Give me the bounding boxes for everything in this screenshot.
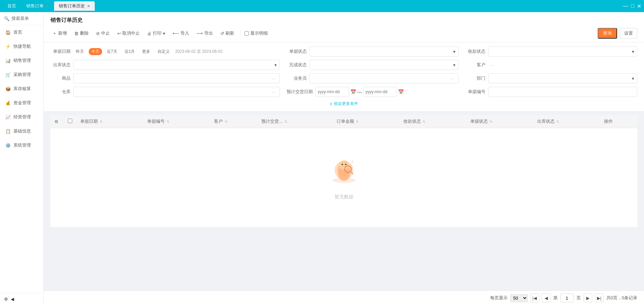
date-chip-yesterday[interactable]: 昨天 <box>73 48 87 55</box>
cancel-stop-button[interactable]: ↩ 取消中止 <box>115 29 142 38</box>
date-chip-1month[interactable]: 近1月 <box>122 48 138 55</box>
search-icon: 🔍 <box>4 16 9 21</box>
sidebar-item-purchase-mgmt[interactable]: 🛒 采购管理 <box>0 68 43 82</box>
bill-status-select[interactable]: ▾ <box>309 46 459 56</box>
close-history-tab[interactable]: ✕ <box>87 4 90 8</box>
refresh-label: 刷新 <box>225 30 234 36</box>
date-chip-custom[interactable]: 自定义 <box>155 48 172 55</box>
th-expected-delivery[interactable]: 预计交货... ⇅ <box>257 115 332 128</box>
warehouse-input[interactable]: ··· <box>270 89 277 94</box>
main-layout: 🔍 搜索菜单 🏠 首页 ⚡ 快捷导航 📊 销售管理 🛒 采购管理 📦 库存核算 … <box>0 12 644 305</box>
expected-date-start[interactable] <box>315 87 349 97</box>
export-label: 导出 <box>204 30 213 36</box>
customer-sort-icon: ⇅ <box>225 120 227 123</box>
tab-home[interactable]: + 新增 首页 <box>3 1 21 11</box>
prev-page-button[interactable]: ◀ <box>542 294 551 302</box>
top-bar-right: — □ ✕ <box>623 3 641 9</box>
order-no-input[interactable] <box>488 87 637 97</box>
customer-label: 客户 <box>465 62 485 68</box>
sidebar-collapse-icon[interactable]: ◀ <box>11 297 14 302</box>
refresh-button[interactable]: ↺ 刷新 <box>218 29 236 38</box>
window-maximize[interactable]: □ <box>631 3 634 9</box>
th-date[interactable]: 单据日期 ⇅ <box>76 115 143 128</box>
expected-date-end[interactable] <box>363 87 397 97</box>
page-number-input[interactable] <box>560 294 574 302</box>
settings-gear-icon[interactable]: ⚙ <box>54 119 58 124</box>
empty-state: ? ~ 暂无数据 <box>50 128 637 227</box>
tab-sales-order-history[interactable]: 销售订单历史 ✕ <box>54 1 95 11</box>
sidebar-item-quick-nav[interactable]: ⚡ 快捷导航 <box>0 39 43 53</box>
receipt-status-dropdown-icon: ▾ <box>632 49 634 54</box>
filter-goods: 商品 ··· <box>50 73 280 83</box>
sidebar-item-finance[interactable]: 💰 资金管理 <box>0 96 43 110</box>
sidebar-item-sales-mgmt[interactable]: 📊 销售管理 <box>0 53 43 68</box>
collapse-button[interactable]: ∧ 收起更多条件 <box>50 100 637 107</box>
th-order-no[interactable]: 单据编号 ⇅ <box>143 115 210 128</box>
export-button[interactable]: ⟶ 导出 <box>195 29 215 38</box>
next-page-button[interactable]: ▶ <box>584 294 592 302</box>
customer-input[interactable]: ··· <box>489 63 496 68</box>
display-detail-checkbox-label[interactable]: 显示明细 <box>245 30 268 36</box>
th-checkbox[interactable] <box>64 115 76 128</box>
receipt-status-sort-icon: ⇅ <box>423 120 425 123</box>
complete-status-select[interactable]: ▾ <box>309 60 459 70</box>
display-detail-label: 显示明细 <box>250 30 268 36</box>
dept-select[interactable]: ▾ <box>488 73 637 83</box>
last-page-button[interactable]: ▶| <box>595 294 604 302</box>
sidebar-item-sys-mgmt-label: 系统管理 <box>13 142 31 148</box>
stop-label: 中止 <box>101 30 110 36</box>
out-status-dropdown-icon: ▾ <box>274 63 277 68</box>
th-bill-status[interactable]: 单据状态 ⇅ <box>466 115 533 128</box>
sidebar-item-operations-label: 经营管理 <box>13 114 31 120</box>
th-operation: 操作 <box>600 115 637 128</box>
calendar-end-icon[interactable]: 📅 <box>398 89 404 94</box>
close-sales-order-tab[interactable]: ✕ <box>46 4 49 8</box>
goods-input[interactable]: ··· <box>270 76 277 81</box>
salesman-input[interactable]: ··· <box>449 76 456 81</box>
amount-sort-icon: ⇅ <box>356 120 358 123</box>
out-status-select[interactable]: ▾ <box>73 60 280 70</box>
toolbar-divider <box>240 31 241 36</box>
select-all-checkbox[interactable] <box>68 119 72 123</box>
sidebar-bottom: ⚙ ◀ <box>0 293 43 305</box>
settings-button[interactable]: 设置 <box>620 28 637 39</box>
sidebar-item-base-info[interactable]: 📋 基础信息 <box>0 124 43 138</box>
per-page-select[interactable]: 50 10 20 100 <box>510 294 528 302</box>
date-chip-7days[interactable]: 近7天 <box>104 48 120 55</box>
sidebar-settings-icon[interactable]: ⚙ <box>4 297 8 302</box>
sidebar-item-home[interactable]: 🏠 首页 <box>0 25 43 39</box>
sidebar-item-sys-mgmt[interactable]: ⚙️ 系统管理 <box>0 138 43 152</box>
date-chip-more[interactable]: 更多 <box>139 48 153 55</box>
first-page-button[interactable]: |◀ <box>530 294 539 302</box>
import-button[interactable]: ⟵ 导入 <box>171 29 191 38</box>
display-detail-checkbox[interactable] <box>245 31 249 36</box>
sidebar-search[interactable]: 🔍 搜索菜单 <box>0 12 43 25</box>
sidebar-item-inventory[interactable]: 📦 库存核算 <box>0 82 43 96</box>
stop-button[interactable]: ⊘ 中止 <box>94 29 112 38</box>
window-minimize[interactable]: — <box>623 3 628 9</box>
table-header-row: ⚙ 单据日期 ⇅ 单据编号 ⇅ <box>50 115 637 128</box>
delete-label: 删除 <box>80 30 89 36</box>
order-no-sort-icon: ⇅ <box>167 120 169 123</box>
delete-button[interactable]: 🗑 删除 <box>72 29 91 38</box>
receipt-status-select[interactable]: ▾ <box>488 46 637 56</box>
tab-sales-order[interactable]: 销售订单 ✕ <box>22 1 53 11</box>
calendar-start-icon[interactable]: 📅 <box>350 89 356 94</box>
filter-expected-date: 预计交货日期 📅 — 📅 <box>287 87 459 97</box>
filter-row-1: 单据日期 昨天 今天 近7天 近1月 更多 自定义 2023-06-02 至 2… <box>50 46 637 56</box>
th-settings[interactable]: ⚙ <box>50 115 64 128</box>
per-page-label: 每页显示 <box>490 295 508 301</box>
sidebar-item-operations[interactable]: 📈 经营管理 <box>0 110 43 124</box>
th-receipt-status[interactable]: 收款状态 ⇅ <box>399 115 466 128</box>
print-button[interactable]: 🖨 打印 ▾ <box>145 29 167 38</box>
add-button[interactable]: ＋ 新增 <box>50 29 69 38</box>
th-customer[interactable]: 客户 ⇅ <box>210 115 257 128</box>
date-group: 昨天 今天 近7天 近1月 更多 自定义 <box>73 48 172 55</box>
delete-icon: 🗑 <box>74 31 79 36</box>
th-amount[interactable]: 订单金额 ⇅ <box>333 115 399 128</box>
svg-point-5 <box>342 164 343 165</box>
query-button[interactable]: 查询 <box>598 28 617 39</box>
date-chip-today[interactable]: 今天 <box>89 48 102 55</box>
th-out-status[interactable]: 出库状态 ⇅ <box>533 115 600 128</box>
window-close[interactable]: ✕ <box>637 3 641 9</box>
